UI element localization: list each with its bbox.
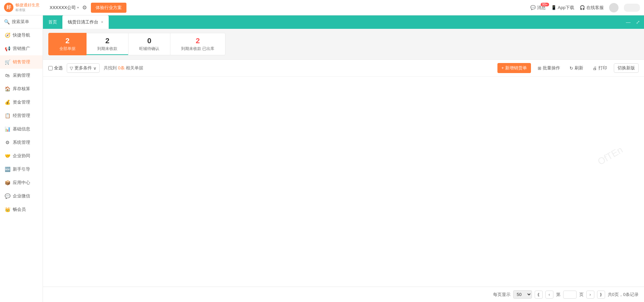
sidebar-item-member[interactable]: 👑 畅会员 bbox=[0, 203, 43, 216]
print-label: 打印 bbox=[598, 65, 607, 71]
sidebar-label-marketing: 营销推广 bbox=[13, 46, 30, 52]
sidebar-icon-app-center: 📦 bbox=[4, 179, 11, 186]
avatar[interactable] bbox=[609, 3, 619, 12]
company-selector[interactable]: XXXXXX公司 ▾ bbox=[50, 5, 79, 11]
message-button[interactable]: 💬 消息 99+ bbox=[530, 5, 546, 11]
select-all-label: 全选 bbox=[54, 65, 63, 71]
sidebar-label-inventory: 库存核算 bbox=[13, 86, 30, 92]
toolbar-right: + 新增销货单 ⊞ 批量操作 ↻ 刷新 🖨 打印 切换新版 bbox=[497, 63, 639, 73]
sidebar-item-operations[interactable]: 📋 经营管理 bbox=[0, 109, 43, 122]
sidebar-icon-marketing: 📢 bbox=[4, 45, 11, 52]
page-size-select[interactable]: 2050100 bbox=[513, 290, 532, 299]
sidebar-item-purchase[interactable]: 🛍 采购管理 bbox=[0, 69, 43, 82]
tab-home[interactable]: 首页 bbox=[43, 15, 62, 29]
count-value: 0条 bbox=[118, 65, 125, 70]
sidebar-icon-member: 👑 bbox=[4, 206, 11, 213]
sidebar-item-wechat[interactable]: 💬 企业微信 bbox=[0, 189, 43, 203]
page-label-after: 页 bbox=[579, 292, 584, 298]
app-download-icon: 📱 bbox=[551, 5, 556, 10]
sidebar-item-app-center[interactable]: 📦 应用中心 bbox=[0, 176, 43, 189]
sidebar-icon-enterprise: 🤝 bbox=[4, 153, 11, 159]
app-download-button[interactable]: 📱 App下载 bbox=[551, 5, 574, 11]
sidebar-search[interactable]: 🔍 搜索菜单 bbox=[0, 15, 43, 28]
print-button[interactable]: 🖨 打印 bbox=[590, 64, 610, 72]
sidebar-label-enterprise: 企业协同 bbox=[13, 153, 30, 159]
company-name: XXXXXX公司 bbox=[50, 5, 76, 11]
stat-tab-overdue-unshipped[interactable]: 2 到期未收款 已出库 bbox=[170, 33, 225, 55]
sidebar-item-system[interactable]: ⚙ 系统管理 bbox=[0, 136, 43, 149]
sidebar-icon-finance: 💰 bbox=[4, 99, 11, 106]
batch-operation-button[interactable]: ⊞ 批量操作 bbox=[535, 64, 563, 72]
stat-tab-wangdian-pending[interactable]: 0 旺辅待确认 bbox=[128, 33, 170, 55]
page-number-input[interactable]: 1 bbox=[563, 291, 577, 299]
sidebar-items-container: 🧭 快捷导航 📢 营销推广 🛒 销售管理 🛍 采购管理 🏠 库存核算 💰 资金管… bbox=[0, 28, 43, 216]
total-info: 共0页，0条记录 bbox=[608, 292, 639, 298]
active-tab-label: 钱货日清工作台 bbox=[68, 19, 98, 25]
stat-count-overdue-unshipped: 2 bbox=[196, 37, 200, 45]
app-download-label: App下载 bbox=[558, 5, 574, 11]
stat-label-all: 全部单据 bbox=[59, 46, 75, 52]
page-size-label: 每页显示 bbox=[493, 292, 511, 298]
logo-icon: 好 bbox=[4, 3, 13, 12]
sidebar-label-member: 畅会员 bbox=[13, 206, 26, 213]
sidebar-item-newbie[interactable]: 🆕 新手引导 bbox=[0, 163, 43, 176]
sidebar-item-basic-info[interactable]: 📊 基础信息 bbox=[0, 122, 43, 136]
sidebar-label-wechat: 企业微信 bbox=[13, 193, 30, 199]
refresh-label: 刷新 bbox=[575, 65, 583, 71]
sidebar-item-inventory[interactable]: 🏠 库存核算 bbox=[0, 82, 43, 96]
avatar-name[interactable] bbox=[624, 4, 640, 12]
count-info: 共找到 0条 相关单据 bbox=[104, 65, 143, 71]
message-icon: 💬 bbox=[530, 5, 536, 10]
stat-label-overdue-uncollected: 到期未收款 bbox=[97, 46, 117, 52]
top-header: 好 畅捷通好生意 标准版 XXXXXX公司 ▾ ⚙ 体验行业方案 💬 消息 99… bbox=[0, 0, 644, 15]
new-sales-order-button[interactable]: + 新增销货单 bbox=[497, 63, 531, 73]
stat-tab-all[interactable]: 2 全部单据 bbox=[48, 33, 87, 55]
tab-bar: 首页 钱货日清工作台 × — ⤢ bbox=[43, 15, 644, 29]
select-all-checkbox[interactable]: 全选 bbox=[48, 65, 63, 71]
maximize-button[interactable]: ⤢ bbox=[635, 18, 641, 26]
filter-button[interactable]: ▽ 更多条件 ∨ bbox=[67, 63, 100, 73]
stat-tab-overdue-uncollected[interactable]: 2 到期未收款 bbox=[87, 33, 128, 55]
batch-icon: ⊞ bbox=[538, 66, 541, 71]
logo-text: 畅捷通好生意 bbox=[15, 3, 40, 7]
settings-icon[interactable]: ⚙ bbox=[82, 4, 87, 11]
sidebar-icon-basic-info: 📊 bbox=[4, 126, 11, 132]
select-all-input[interactable] bbox=[48, 66, 53, 70]
switch-version-button[interactable]: 切换新版 bbox=[614, 63, 639, 73]
sidebar-icon-purchase: 🛍 bbox=[4, 72, 11, 79]
trial-button[interactable]: 体验行业方案 bbox=[91, 3, 126, 13]
stat-label-wangdian-pending: 旺辅待确认 bbox=[139, 46, 159, 52]
stats-tabs: 2 全部单据 2 到期未收款 0 旺辅待确认 2 到期未收款 已出库 bbox=[48, 33, 639, 55]
tab-active[interactable]: 钱货日清工作台 × bbox=[62, 15, 109, 29]
logo-area: 好 畅捷通好生意 标准版 bbox=[4, 3, 47, 12]
sidebar-item-enterprise[interactable]: 🤝 企业协同 bbox=[0, 149, 43, 163]
chevron-filter-icon: ∨ bbox=[93, 66, 97, 71]
sidebar-label-quick-nav: 快捷导航 bbox=[13, 32, 30, 38]
last-page-button[interactable]: ⟫ bbox=[597, 291, 605, 299]
next-page-button[interactable]: › bbox=[586, 291, 594, 299]
pagination-bar: 每页显示 2050100 ⟪ ‹ 第 1 页 › ⟫ 共0页，0条记录 bbox=[43, 287, 644, 302]
print-icon: 🖨 bbox=[593, 66, 597, 71]
minimize-button[interactable]: — bbox=[625, 18, 632, 26]
sidebar-label-basic-info: 基础信息 bbox=[13, 126, 30, 132]
sidebar-label-sales: 销售管理 bbox=[13, 59, 30, 65]
prev-page-button[interactable]: ‹ bbox=[545, 291, 553, 299]
sidebar: 🔍 搜索菜单 🧭 快捷导航 📢 营销推广 🛒 销售管理 🛍 采购管理 🏠 库存核… bbox=[0, 15, 43, 302]
sidebar-item-marketing[interactable]: 📢 营销推广 bbox=[0, 42, 43, 55]
tab-close-icon[interactable]: × bbox=[101, 20, 103, 24]
chevron-down-icon: ▾ bbox=[77, 6, 79, 9]
sidebar-item-finance[interactable]: 💰 资金管理 bbox=[0, 96, 43, 109]
batch-label: 批量操作 bbox=[543, 65, 560, 71]
online-service-button[interactable]: 🎧 在线客服 bbox=[580, 5, 604, 11]
sidebar-icon-wechat: 💬 bbox=[4, 193, 11, 199]
stats-bar: 2 全部单据 2 到期未收款 0 旺辅待确认 2 到期未收款 已出库 bbox=[43, 29, 644, 60]
sidebar-label-purchase: 采购管理 bbox=[13, 72, 30, 78]
sidebar-item-quick-nav[interactable]: 🧭 快捷导航 bbox=[0, 28, 43, 42]
sidebar-label-finance: 资金管理 bbox=[13, 99, 30, 105]
sidebar-icon-quick-nav: 🧭 bbox=[4, 32, 11, 39]
headset-icon: 🎧 bbox=[580, 5, 585, 10]
sidebar-item-sales[interactable]: 🛒 销售管理 bbox=[0, 55, 43, 69]
first-page-button[interactable]: ⟪ bbox=[535, 291, 543, 299]
stat-count-overdue-uncollected: 2 bbox=[105, 37, 109, 45]
refresh-button[interactable]: ↻ 刷新 bbox=[567, 64, 586, 72]
